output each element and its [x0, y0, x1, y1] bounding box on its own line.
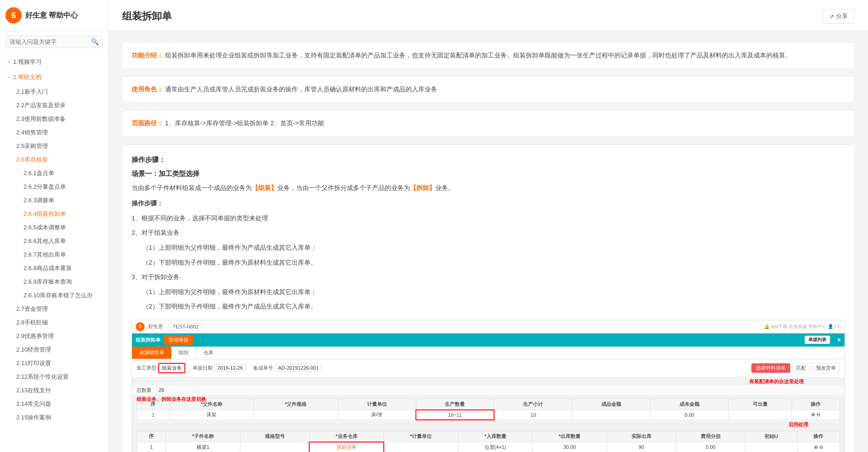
mock-date-label: 单据日期 — [193, 365, 212, 371]
mock-date-val[interactable]: 2019-12-26 — [214, 364, 246, 372]
upper-cell-unit: 床/张 — [338, 410, 416, 420]
sidebar-item-stocktake[interactable]: 2.6.1盘点单 — [0, 167, 108, 180]
mock-presale-btn[interactable]: 预发货单 — [812, 363, 840, 373]
role-text: 通常由生产人员或库管人员完成折装业务的操作，库管人员确认原材料的出库和产成品的入… — [165, 86, 437, 93]
mock-topbar: 6 好生意 TEST-H002 🔔 App下载 在线客服 帮助中心 👤 CC — [132, 320, 844, 333]
upper-cell-cost: 0.00 — [651, 410, 729, 420]
share-button[interactable]: ↗ 分享 — [822, 9, 854, 24]
mock-count-val: 26 — [159, 387, 164, 393]
sidebar-item-customize[interactable]: 2.12系统个性化设置 — [0, 370, 108, 384]
role-label: 使用角色： — [132, 86, 163, 93]
sidebar-item-docs[interactable]: − 2.帮助文档 — [0, 70, 108, 85]
upper-th-4: 生产数量 — [416, 399, 494, 410]
annotation1-text: 有装配清单的在这里处理 — [137, 377, 840, 385]
lower-cell-out: 30.00 — [533, 442, 607, 452]
mock-type-field: 加工类型 组装业务 — [137, 363, 185, 373]
upper-cell-qty[interactable]: 10~11 — [416, 410, 494, 420]
sidebar-item-newbie[interactable]: 2.1新手入门 — [0, 85, 108, 99]
sidebar-title: 好生意 帮助中心 — [25, 11, 78, 20]
share-label: 分享 — [836, 12, 848, 20]
mock-new-btn[interactable]: 新增单据 — [164, 335, 193, 345]
search-icon[interactable]: 🔍 — [91, 38, 99, 45]
search-input[interactable] — [9, 38, 91, 45]
upper-th-3: 计量单位 — [338, 399, 416, 410]
sidebar-item-sales[interactable]: 2.4销售管理 — [0, 126, 108, 139]
content-body: 功能介绍： 组装拆卸单用来处理企业组装或拆卸等加工业务，支持有固定装配清单的产品… — [108, 31, 868, 452]
lower-cell-in: 位置(4×1) — [458, 442, 532, 452]
sidebar-item-ops[interactable]: 2.10经营管理 — [0, 343, 108, 357]
step3-1: （1）上部明细为父件明细，最终作为原材料生成其它出库单； — [132, 286, 845, 298]
sidebar-item-partial-stocktake[interactable]: 2.6.2分量盘点单 — [0, 180, 108, 194]
upper-th-6: 成品金额 — [572, 399, 651, 410]
mock-form-area: 加工类型 组装业务 单据日期 2019-12-26 集成单号 AD-201912… — [132, 359, 844, 377]
sidebar-item-other-in[interactable]: 2.6.6其他入库单 — [0, 234, 108, 248]
mock-upper-table: 序 *父件名称 *父件规格 计量单位 生产数量 生产小计 成品金额 成本金额 可… — [137, 399, 840, 420]
lower-th-2: 规格型号 — [240, 431, 309, 442]
mock-tab-new[interactable]: 来源销售单 — [132, 347, 171, 359]
mock-type-input[interactable]: 组装业务 — [158, 363, 185, 373]
sidebar-item-stock-error[interactable]: 2.6.10库存账本错了怎么办 — [0, 289, 108, 302]
search-box: 🔍 — [0, 31, 108, 52]
sidebar-item-stock-ledger[interactable]: 2.6.9库存账本查询 — [0, 275, 108, 289]
mock-icons: 🔔 App下载 在线客服 帮助中心 👤 CC — [764, 324, 841, 330]
upper-th-7: 成本金额 — [651, 399, 729, 410]
expand-icon: + — [7, 59, 10, 65]
sidebar-item-other-out[interactable]: 2.6.7其他出库单 — [0, 248, 108, 262]
upper-th-2: *父件规格 — [254, 399, 338, 410]
mock-type-label: 加工类型 — [137, 365, 156, 371]
mock-upper-table-wrap: 序 *父件名称 *父件规格 计量单位 生产数量 生产小计 成品金额 成本金额 可… — [137, 399, 840, 420]
sidebar-item-online-pay[interactable]: 2.13在线支付 — [0, 384, 108, 397]
sidebar-item-mobile[interactable]: 2.8手机旺铺 — [0, 316, 108, 329]
sidebar: 6 好生意 帮助中心 🔍 + 1.视频学习 − 2.帮助文档 2.1新手入门 2… — [0, 0, 108, 452]
sidebar-item-cost-adjust[interactable]: 2.6.5成本调整单 — [0, 221, 108, 234]
lower-cell-actual: 90 — [607, 442, 676, 452]
main-content: 组装拆卸单 ↗ 分享 功能介绍： 组装拆卸单用来处理企业组装或拆卸等加工业务，支… — [108, 0, 868, 452]
step2: 2、对于组装业务 — [132, 227, 845, 239]
mock-close-btn[interactable]: × — [837, 336, 841, 343]
sidebar-item-cost-recalc[interactable]: 2.6.8商品成本重算 — [0, 262, 108, 275]
sidebar-item-print[interactable]: 2.11打印设置 — [0, 357, 108, 370]
lower-cell-ops: ⊕ ⊖ — [797, 442, 840, 452]
mock-bom-btn[interactable]: 选择对料清单 — [751, 363, 790, 373]
sidebar-item-install[interactable]: 2.2产品安装及登录 — [0, 99, 108, 112]
mock-tab-warehouse[interactable]: 仓库 — [196, 347, 221, 359]
lower-cell-warehouse[interactable]: 拆卸业务 — [309, 442, 383, 452]
upper-cell-seq: 1 — [137, 410, 170, 420]
mock-bill-list-btn[interactable]: 单据列表 — [805, 336, 830, 344]
lower-th-4: *计量单位 — [384, 431, 458, 442]
sidebar-item-cases[interactable]: 2.15操作案例 — [0, 411, 108, 424]
mock-tab-org[interactable]: 组织 — [171, 347, 196, 359]
upper-cell-ops: ⊕ ⊖ — [792, 410, 840, 420]
search-input-wrap[interactable]: 🔍 — [5, 36, 103, 48]
page-title: 组装拆卸单 — [122, 10, 172, 23]
sidebar-item-video[interactable]: + 1.视频学习 — [0, 54, 108, 70]
lower-th-10: 操作 — [797, 431, 840, 442]
lower-th-6: *出库数量 — [533, 431, 607, 442]
sidebar-item-assembly[interactable]: 2.6.4组装拆卸单 — [0, 207, 108, 221]
mock-bom-btn-area: 选择对料清单 匹配 预发货单 — [751, 363, 840, 373]
upper-cell-subtotal: 10 — [494, 410, 572, 420]
step3-2: （2）下部明细为子件明细，最终作为产成品生成其它入库单。 — [132, 300, 845, 313]
sidebar-item-coupon[interactable]: 2.9优惠券管理 — [0, 329, 108, 343]
sidebar-item-purchase[interactable]: 2.5采购管理 — [0, 139, 108, 153]
sidebar-item-faq[interactable]: 2.14常见问题 — [0, 397, 108, 411]
mock-match-btn[interactable]: 匹配 — [792, 363, 810, 373]
mock-doc-title: 组装拆卸单 — [136, 337, 160, 343]
upper-cell-name: 床架 — [170, 410, 254, 420]
mock-annotation1-area: 有装配清单的在这里处理 — [137, 377, 840, 385]
sidebar-item-data-prep[interactable]: 2.3使用前数据准备 — [0, 112, 108, 126]
mock-code-field: 集成单号 AD-20191226-001 — [253, 364, 322, 372]
sidebar-item-label: 2.帮助文档 — [13, 73, 42, 81]
sidebar-item-finance[interactable]: 2.7资金管理 — [0, 302, 108, 316]
sidebar-item-inventory[interactable]: 2.6库存核算 — [0, 153, 108, 167]
upper-th-8: 可出量 — [729, 399, 792, 410]
lower-cell-init — [745, 442, 797, 452]
path-block: 页面路径： 1、库存核算->库存管理->组装拆卸单 2、首页->常用功能 — [122, 110, 854, 137]
lower-th-8: 费用分担 — [676, 431, 745, 442]
mock-app: 6 好生意 TEST-H002 🔔 App下载 在线客服 帮助中心 👤 CC 组… — [132, 320, 844, 452]
func-intro-block: 功能介绍： 组装拆卸单用来处理企业组装或拆卸等加工业务，支持有固定装配清单的产品… — [122, 42, 854, 69]
sidebar-item-transfer[interactable]: 2.6.3调拨单 — [0, 194, 108, 207]
lower-th-3: *业务仓库 — [309, 431, 383, 442]
mock-topbar-brand: 好生意 — [148, 323, 163, 330]
step2-1: （1）上部明细为父件明细，最终作为产成品生成其它入库单； — [132, 242, 845, 254]
